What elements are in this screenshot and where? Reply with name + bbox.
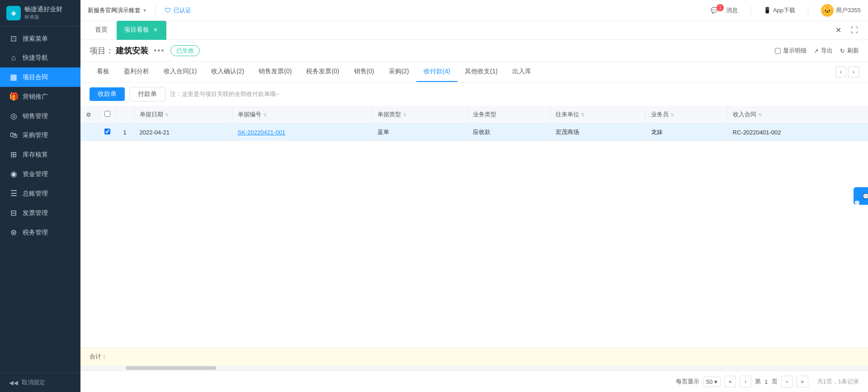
sub-nav-arrows: ‹ › — [835, 67, 859, 77]
per-page-select[interactable]: 50 ▾ — [703, 377, 721, 387]
export-button[interactable]: ↗ 导出 — [814, 47, 833, 55]
table-row[interactable]: 1 2022-04-21 SK-20220421-001 蓝单 应收款 宏茂商场… — [80, 124, 868, 141]
quick-nav-icon: ⌂ — [9, 53, 18, 62]
payment-bill-button[interactable]: 付款单 — [129, 87, 165, 101]
header-divider-2 — [750, 6, 751, 15]
horizontal-scrollbar-thumb[interactable] — [126, 366, 216, 370]
certified-badge: 🛡 已认证 — [165, 6, 191, 14]
sub-nav-revenue-contract[interactable]: 收入合同(1) — [156, 62, 204, 82]
search-menu-icon: ⊡ — [9, 34, 18, 43]
sidebar-item-label: 发票管理 — [23, 209, 48, 217]
sub-nav-tax-invoice[interactable]: 税务发票(0) — [299, 62, 346, 82]
tab-maximize-button[interactable]: ⛶ — [848, 24, 861, 37]
last-page-button[interactable]: » — [797, 376, 808, 387]
td-checkbox[interactable] — [99, 124, 116, 141]
table-footer: 合计： — [80, 348, 868, 365]
sidebar-item-sales-management[interactable]: ◎ 销售管理 — [0, 106, 80, 126]
th-partner[interactable]: 往来单位 ⇅ — [550, 106, 646, 124]
row-checkbox[interactable] — [104, 129, 110, 134]
th-type[interactable]: 单据类型 ⇅ — [372, 106, 467, 124]
page-header: 项目：建筑安装 ••• 已生效 显示明细 ↗ 导出 ↻ 刷新 — [80, 40, 868, 62]
sub-nav-sales[interactable]: 销售(0) — [347, 62, 382, 82]
sub-nav-purchase[interactable]: 采购(2) — [382, 62, 416, 82]
sidebar-logo[interactable]: ◈ 畅捷通好业财 标准版 — [0, 0, 80, 26]
app-download-label: App下载 — [773, 6, 795, 14]
sidebar-item-search[interactable]: ⊡ 搜索菜单 — [0, 29, 80, 48]
page-title-value: 建筑安装 — [116, 46, 148, 55]
refresh-icon: ↻ — [840, 48, 845, 54]
prev-page-button[interactable]: ‹ — [740, 376, 751, 387]
header-divider-3 — [808, 6, 808, 15]
sidebar-item-quick-nav[interactable]: ⌂ 快捷导航 — [0, 48, 80, 67]
purchase-icon: 🛍 — [9, 131, 18, 140]
current-page-number: 1 — [764, 378, 768, 385]
sub-nav-next-arrow[interactable]: › — [848, 67, 859, 77]
sidebar-item-project-contract[interactable]: ▦ 项目合同 — [0, 67, 80, 87]
sub-nav-other-income[interactable]: 其他收支(1) — [458, 62, 505, 82]
sidebar-item-capital[interactable]: ◉ 资金管理 — [0, 164, 80, 184]
sub-nav-kanban[interactable]: 看板 — [90, 62, 117, 82]
table-container[interactable]: ⚙ 单据日期 ⇅ 单据编号 — [80, 106, 868, 348]
tab-home-label: 首页 — [95, 26, 108, 34]
per-page-value: 50 — [706, 378, 712, 385]
refresh-button[interactable]: ↻ 刷新 — [840, 47, 859, 55]
logo-text-block: 畅捷通好业财 标准版 — [24, 5, 62, 20]
show-detail-input[interactable] — [775, 48, 781, 54]
user-profile-button[interactable]: 🐱 用户3355 — [821, 4, 861, 17]
toolbar-note: 注：这里是与项目关联的全部收付款单哦~ — [170, 90, 279, 98]
sidebar-footer-unpin[interactable]: ◀◀ 取消固定 — [0, 373, 80, 392]
sub-nav: 看板 盈利分析 收入合同(1) 收入确认(2) 销售发票(0) 税务发票(0) … — [80, 62, 868, 82]
show-detail-label: 显示明细 — [783, 47, 807, 55]
feedback-button[interactable]: 💬 意见反馈 — [854, 187, 868, 205]
tab-bar: 首页 项目看板 ✕ ✕ ⛶ — [80, 21, 868, 40]
sidebar-item-tax[interactable]: ⊛ 税务管理 — [0, 223, 80, 242]
th-number[interactable]: 单据编号 ⇅ — [232, 106, 372, 124]
per-page-label: 每页显示 — [676, 378, 699, 386]
app-download-button[interactable]: 📱 App下载 — [764, 6, 795, 14]
ledger-icon: ☰ — [9, 189, 18, 198]
sidebar: ◈ 畅捷通好业财 标准版 ⊡ 搜索菜单 ⌂ 快捷导航 ▦ 项目合同 🎁 营销推广… — [0, 0, 80, 392]
sidebar-item-purchase[interactable]: 🛍 采购管理 — [0, 126, 80, 145]
first-page-button[interactable]: « — [724, 376, 736, 387]
workspace-selector[interactable]: 新服务官网演示账套 ▾ — [88, 6, 146, 14]
receipt-bill-button[interactable]: 收款单 — [90, 87, 125, 101]
sidebar-item-marketing[interactable]: 🎁 营销推广 — [0, 87, 80, 106]
sort-type-icon: ⇅ — [403, 112, 406, 117]
th-salesman[interactable]: 业务员 ⇅ — [646, 106, 727, 124]
td-number[interactable]: SK-20220421-001 — [232, 124, 372, 141]
th-settings[interactable]: ⚙ — [80, 106, 99, 124]
header-right: 💬 1 消息 📱 App下载 🐱 用户3355 — [711, 4, 861, 17]
scroll-bar-area[interactable] — [80, 365, 868, 371]
td-contract: RC-20220401-002 — [727, 124, 868, 141]
tab-bar-actions: ✕ ⛶ — [832, 24, 861, 37]
sub-nav-receipts[interactable]: 收付款(4) — [416, 62, 458, 82]
more-options-icon[interactable]: ••• — [154, 46, 165, 56]
th-contract[interactable]: 收入合同 ⇅ — [727, 106, 868, 124]
th-date[interactable]: 单据日期 ⇅ — [134, 106, 232, 124]
sidebar-item-label: 营销推广 — [23, 93, 48, 101]
unpin-label: 取消固定 — [22, 378, 45, 387]
td-date: 2022-04-21 — [134, 124, 232, 141]
message-button[interactable]: 💬 1 消息 — [711, 6, 738, 14]
tab-project-board[interactable]: 项目看板 ✕ — [117, 21, 166, 40]
tab-close-all-button[interactable]: ✕ — [832, 24, 844, 37]
select-all-checkbox[interactable] — [104, 111, 110, 117]
inventory-icon: ⊞ — [9, 150, 18, 159]
sub-nav-sales-invoice[interactable]: 销售发票(0) — [251, 62, 299, 82]
capital-icon: ◉ — [9, 169, 18, 179]
sidebar-item-inventory[interactable]: ⊞ 库存核算 — [0, 145, 80, 164]
sort-contract-icon: ⇅ — [758, 112, 762, 117]
next-page-button[interactable]: › — [781, 376, 793, 387]
sub-nav-profit[interactable]: 盈利分析 — [117, 62, 156, 82]
bill-number-link[interactable]: SK-20220421-001 — [238, 129, 286, 136]
tab-close-icon[interactable]: ✕ — [152, 26, 159, 33]
sub-nav-revenue-confirm[interactable]: 收入确认(2) — [204, 62, 251, 82]
show-detail-checkbox[interactable]: 显示明细 — [775, 47, 807, 55]
sidebar-item-general-ledger[interactable]: ☰ 总账管理 — [0, 184, 80, 203]
tab-home[interactable]: 首页 — [88, 21, 115, 40]
sidebar-item-label: 销售管理 — [23, 112, 48, 120]
sidebar-item-label: 快捷导航 — [23, 54, 48, 62]
sub-nav-inout-warehouse[interactable]: 出入库 — [505, 62, 538, 82]
sub-nav-prev-arrow[interactable]: ‹ — [835, 67, 846, 77]
sidebar-item-invoice[interactable]: ⊟ 发票管理 — [0, 203, 80, 223]
